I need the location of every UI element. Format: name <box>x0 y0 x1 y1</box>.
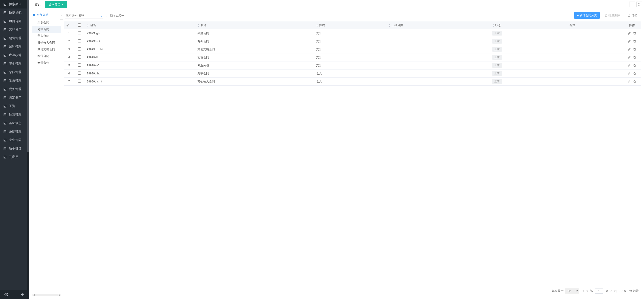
tab-0[interactable]: 首页 <box>31 1 44 8</box>
table-row: 199999cght采购合同支出正常 <box>64 29 641 37</box>
category-item-5[interactable]: 租赁合同 <box>32 53 61 59</box>
svg-rect-7 <box>4 62 6 65</box>
show-disabled-checkbox[interactable]: 显示已停用 <box>106 13 124 17</box>
sidebar-item-1[interactable]: 快捷导航 <box>0 8 29 17</box>
sidebar-item-14[interactable]: 基础信息 <box>0 119 29 127</box>
category-item-0[interactable]: 采购合同 <box>32 19 61 26</box>
search-icon[interactable] <box>98 13 102 17</box>
cell-status: 正常 <box>490 69 567 77</box>
sidebar-item-3[interactable]: 营销推广 <box>0 25 29 34</box>
sidebar-item-0[interactable]: 搜索菜单 <box>0 0 29 8</box>
sidebar-item-10[interactable]: 税务管理 <box>0 85 29 93</box>
sidebar-item-18[interactable]: 云应用 <box>0 153 29 161</box>
row-checkbox[interactable] <box>78 39 81 42</box>
sidebar-item-8[interactable]: 总账管理 <box>0 68 29 76</box>
delete-icon[interactable] <box>633 32 636 35</box>
sidebar-item-6[interactable]: 库存核算 <box>0 51 29 59</box>
col-name[interactable]: ▲▼名称 <box>195 21 314 29</box>
delete-icon[interactable] <box>633 56 636 59</box>
asset-icon <box>3 96 7 99</box>
sidebar-item-2[interactable]: 项目合同 <box>0 17 29 25</box>
svg-point-25 <box>67 25 68 26</box>
delete-icon[interactable] <box>633 64 636 67</box>
select-all-checkbox[interactable] <box>78 23 81 26</box>
cell-parent <box>386 61 490 69</box>
edit-icon[interactable] <box>628 72 631 75</box>
cell-code: 99999djht <box>84 69 195 77</box>
tabbar: 首页合同分类× <box>29 0 644 9</box>
hscroll-left-icon[interactable]: ◀ <box>32 294 35 296</box>
category-hscroll[interactable]: ◀ ▶ <box>32 294 61 296</box>
sidebar-item-13[interactable]: 经营管理 <box>0 110 29 119</box>
delete-icon[interactable] <box>633 40 636 43</box>
row-checkbox[interactable] <box>78 47 81 50</box>
col-status[interactable]: ▲▼状态 <box>490 21 567 29</box>
sidebar-item-16[interactable]: 企业协同 <box>0 136 29 144</box>
category-all[interactable]: 全部分类 <box>32 12 61 19</box>
sound-icon[interactable] <box>20 293 24 296</box>
edit-icon[interactable] <box>628 56 631 59</box>
sidebar-item-label: 营销推广 <box>9 28 22 32</box>
category-item-1[interactable]: 对甲合同 <box>32 26 61 33</box>
close-tab-button[interactable] <box>629 1 635 7</box>
row-checkbox[interactable] <box>78 79 81 83</box>
category-item-3[interactable]: 其他收入合同 <box>32 39 61 46</box>
search-input[interactable] <box>65 12 103 19</box>
close-icon[interactable]: × <box>62 3 64 6</box>
fullscreen-button[interactable] <box>636 1 642 7</box>
col-remark[interactable]: 备注 <box>567 21 623 29</box>
prev-page-icon[interactable]: < <box>586 290 588 293</box>
sidebar-item-9[interactable]: 发票管理 <box>0 76 29 85</box>
add-button[interactable]: + 新增合同分类 <box>574 12 600 19</box>
sidebar-item-12[interactable]: 工资 <box>0 102 29 110</box>
category-item-4[interactable]: 其他支出合同 <box>32 46 61 53</box>
cell-status: 正常 <box>490 77 567 86</box>
edit-icon[interactable] <box>628 64 631 67</box>
col-nature[interactable]: ▲▼性质 <box>314 21 386 29</box>
sidebar-item-5[interactable]: 采购管理 <box>0 42 29 51</box>
svg-rect-11 <box>4 96 6 99</box>
edit-icon[interactable] <box>628 32 631 35</box>
edit-icon[interactable] <box>628 80 631 83</box>
delete-icon[interactable] <box>633 80 636 83</box>
edit-icon[interactable] <box>628 40 631 43</box>
collapse-panel-button[interactable] <box>60 12 63 20</box>
column-settings[interactable] <box>64 21 74 29</box>
sidebar-item-17[interactable]: 新手引导 <box>0 144 29 153</box>
export-button[interactable]: 导出 <box>625 12 640 19</box>
sidebar-item-7[interactable]: 资金管理 <box>0 59 29 68</box>
row-checkbox[interactable] <box>78 63 81 67</box>
row-checkbox[interactable] <box>78 71 81 75</box>
sidebar-item-4[interactable]: 销售管理 <box>0 34 29 42</box>
settings-icon[interactable] <box>4 293 8 296</box>
sidebar-item-15[interactable]: 系统管理 <box>0 127 29 136</box>
col-parent[interactable]: ▲▼上级分类 <box>386 21 490 29</box>
page-input[interactable] <box>595 288 603 294</box>
row-checkbox[interactable] <box>78 31 81 34</box>
cell-nature: 支出 <box>314 37 386 45</box>
cell-nature: 支出 <box>314 45 386 53</box>
cell-nature: 支出 <box>314 61 386 69</box>
last-page-icon[interactable]: >| <box>614 290 616 293</box>
row-checkbox[interactable] <box>78 55 81 58</box>
category-item-6[interactable]: 专业分包 <box>32 59 61 66</box>
edit-icon[interactable] <box>628 48 631 51</box>
sidebar-item-label: 采购管理 <box>9 45 22 49</box>
hscroll-right-icon[interactable]: ▶ <box>58 294 61 296</box>
export-label: 导出 <box>632 13 637 17</box>
col-code[interactable]: ▲▼编码 <box>84 21 195 29</box>
delete-icon[interactable] <box>633 48 636 51</box>
svg-rect-2 <box>4 20 6 22</box>
next-page-icon[interactable]: > <box>610 290 612 293</box>
sidebar-scrollbar[interactable] <box>27 0 29 299</box>
page-size-select[interactable]: 50 <box>565 288 579 294</box>
first-page-icon[interactable]: |< <box>582 290 584 293</box>
export-icon <box>628 14 630 17</box>
cell-status: 正常 <box>490 29 567 37</box>
sidebar-item-label: 资金管理 <box>9 62 22 66</box>
tab-1[interactable]: 合同分类× <box>45 1 67 8</box>
row-index: 7 <box>64 77 74 86</box>
category-item-2[interactable]: 劳务合同 <box>32 33 61 39</box>
delete-icon[interactable] <box>633 72 636 75</box>
sidebar-item-11[interactable]: 固定资产 <box>0 93 29 102</box>
